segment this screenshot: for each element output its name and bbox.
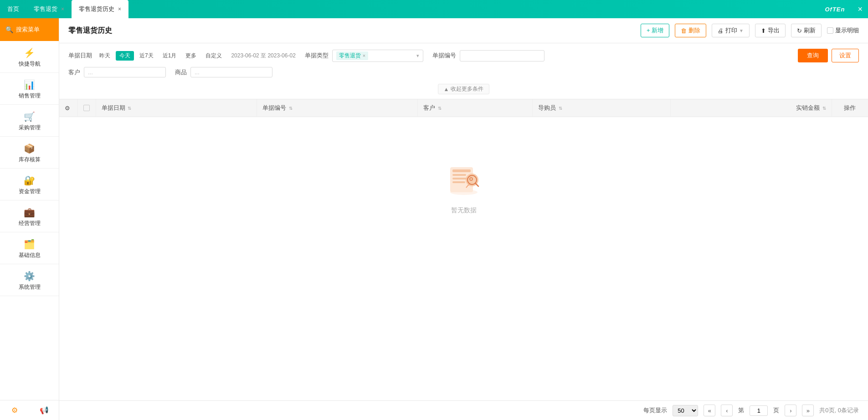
date-sort-icon[interactable]: ⇅ (128, 106, 131, 111)
new-button[interactable]: + 新增 (641, 24, 669, 37)
select-all-checkbox[interactable] (83, 105, 90, 111)
last-page-button[interactable]: » (802, 405, 814, 416)
prev-page-button[interactable]: ‹ (721, 405, 733, 416)
doc-number-filter-group: 单据编号 (432, 50, 544, 61)
purchase-icon: 🛒 (24, 111, 35, 122)
show-detail-checkbox[interactable] (827, 27, 833, 34)
type-dropdown-arrow: ▾ (416, 53, 419, 59)
collapse-label: 收起更多条件 (451, 85, 483, 93)
customer-filter-input[interactable]: ... (84, 67, 166, 77)
sidebar-item-label: 销售管理 (19, 92, 41, 100)
date-custom-button[interactable]: 自定义 (202, 51, 226, 61)
doc-number-input[interactable] (460, 50, 544, 61)
th-settings[interactable]: ⚙ (59, 99, 77, 117)
tab-retail-return-history-close[interactable]: × (118, 6, 121, 12)
th-actions: 操作 (832, 99, 868, 117)
th-amount: 实销金额 ⇅ (671, 99, 832, 117)
delete-button[interactable]: 🗑 删除 (675, 24, 706, 37)
number-sort-icon[interactable]: ⇅ (289, 106, 293, 111)
customer-sort-icon[interactable]: ⇅ (438, 106, 442, 111)
svg-rect-3 (452, 174, 466, 176)
print-button[interactable]: 🖨 打印 ▼ (712, 24, 750, 37)
sidebar-speaker-button[interactable]: 📢 (30, 400, 59, 420)
page-number-input[interactable] (750, 405, 768, 416)
date-filter-label: 单据日期 (68, 51, 92, 60)
sidebar-item-label: 系统管理 (19, 283, 41, 291)
page-title: 零售退货历史 (68, 26, 112, 36)
filter-area: 单据日期 昨天 今天 近7天 近1月 更多 自定义 2023-06-02 至 2… (59, 43, 868, 99)
filter-row-1: 单据日期 昨天 今天 近7天 近1月 更多 自定义 2023-06-02 至 2… (68, 49, 859, 62)
operation-icon: 💼 (24, 207, 35, 218)
date-filter-group: 单据日期 昨天 今天 近7天 近1月 更多 自定义 2023-06-02 至 2… (68, 51, 296, 61)
system-icon: ⚙️ (24, 271, 35, 282)
sidebar: 搜索菜单 ⚡ 快捷导航 📊 销售管理 🛒 采购管理 📦 库存核算 🔐 资金管理 … (0, 18, 59, 420)
page-size-label: 每页显示 (643, 406, 667, 415)
basic-icon: 🗂️ (24, 239, 35, 250)
date-yesterday-button[interactable]: 昨天 (96, 51, 114, 61)
sidebar-item-purchase[interactable]: 🛒 采购管理 (0, 105, 59, 137)
show-detail-label[interactable]: 显示明细 (827, 26, 859, 35)
type-filter-dropdown[interactable]: 零售退货 × ▾ (332, 50, 423, 62)
column-settings-icon[interactable]: ⚙ (65, 105, 70, 112)
sidebar-item-system[interactable]: ⚙️ 系统管理 (0, 264, 59, 296)
customer-filter-group: 客户 ... (68, 67, 166, 77)
sidebar-item-label: 快捷导航 (19, 60, 41, 68)
top-bar: 首页 零售退货 × 零售退货历史 × OfTEn × (0, 0, 868, 18)
page-label: 第 (738, 406, 744, 415)
sidebar-item-inventory[interactable]: 📦 库存核算 (0, 137, 59, 169)
sidebar-item-finance[interactable]: 🔐 资金管理 (0, 169, 59, 200)
filter-settings-button[interactable]: 设置 (832, 49, 859, 62)
date-today-button[interactable]: 今天 (116, 51, 134, 61)
next-page-button[interactable]: › (785, 405, 796, 416)
search-icon (5, 26, 13, 33)
sidebar-search-label: 搜索菜单 (16, 26, 40, 34)
page-header: 零售退货历史 + 新增 🗑 删除 🖨 打印 ▼ ⬆ 导出 (59, 18, 868, 43)
date-more-button[interactable]: 更多 (182, 51, 200, 61)
svg-rect-5 (452, 181, 465, 183)
customer-filter-label: 客户 (68, 68, 80, 77)
export-button[interactable]: ⬆ 导出 (755, 24, 786, 37)
sidebar-item-quick-nav[interactable]: ⚡ 快捷导航 (0, 41, 59, 73)
sidebar-item-operation[interactable]: 💼 经营管理 (0, 200, 59, 232)
empty-state: 暂无数据 (59, 117, 868, 251)
date-last7-button[interactable]: 近7天 (136, 51, 157, 61)
table-area: ⚙ 单据日期 ⇅ 单据编号 ⇅ (59, 99, 868, 400)
pagination-bar: 每页显示 10 20 50 100 « ‹ 第 页 › » 共0页, 0条记录 (59, 400, 868, 420)
table-header-row: ⚙ 单据日期 ⇅ 单据编号 ⇅ (59, 99, 868, 117)
sidebar-item-sales[interactable]: 📊 销售管理 (0, 73, 59, 105)
date-last-month-button[interactable]: 近1月 (159, 51, 180, 61)
type-filter-group: 单据类型 零售退货 × ▾ (305, 50, 423, 62)
top-bar-right: OfTEn (825, 6, 852, 13)
first-page-button[interactable]: « (704, 405, 715, 416)
th-checkbox[interactable] (77, 99, 96, 117)
goods-filter-group: 商品 ... (175, 67, 272, 77)
amount-sort-icon[interactable]: ⇅ (822, 106, 826, 111)
type-tag-remove[interactable]: × (363, 53, 365, 58)
th-number: 单据编号 ⇅ (257, 99, 417, 117)
sidebar-item-label: 经营管理 (19, 220, 41, 227)
th-date: 单据日期 ⇅ (96, 99, 257, 117)
sales-icon: 📊 (24, 79, 35, 90)
sidebar-search[interactable]: 搜索菜单 (0, 18, 59, 41)
collapse-button[interactable]: ▲ 收起更多条件 (438, 84, 490, 94)
tab-home[interactable]: 首页 (0, 0, 26, 18)
page-size-select[interactable]: 10 20 50 100 (673, 405, 698, 416)
goods-filter-label: 商品 (175, 68, 187, 77)
guide-sort-icon[interactable]: ⇅ (559, 106, 562, 111)
tab-retail-return[interactable]: 零售退货 × (26, 0, 72, 18)
page-unit: 页 (773, 406, 779, 415)
pagination-total: 共0页, 0条记录 (819, 406, 859, 415)
sidebar-item-label: 基础信息 (19, 251, 41, 259)
query-button[interactable]: 查询 (798, 49, 828, 62)
goods-filter-input[interactable]: ... (190, 67, 272, 77)
refresh-button[interactable]: ↻ 刷新 (791, 24, 822, 37)
filter-row-2: 客户 ... 商品 ... (68, 67, 859, 77)
sidebar-item-basic[interactable]: 🗂️ 基础信息 (0, 232, 59, 264)
tab-retail-return-history[interactable]: 零售退货历史 × (72, 0, 128, 18)
sidebar-settings-button[interactable]: ⚙ (0, 400, 30, 420)
type-tag-chip: 零售退货 × (336, 51, 368, 60)
empty-illustration (441, 154, 487, 199)
svg-rect-2 (452, 169, 471, 172)
tab-retail-return-close[interactable]: × (61, 6, 64, 12)
window-close-button[interactable]: × (852, 5, 868, 14)
